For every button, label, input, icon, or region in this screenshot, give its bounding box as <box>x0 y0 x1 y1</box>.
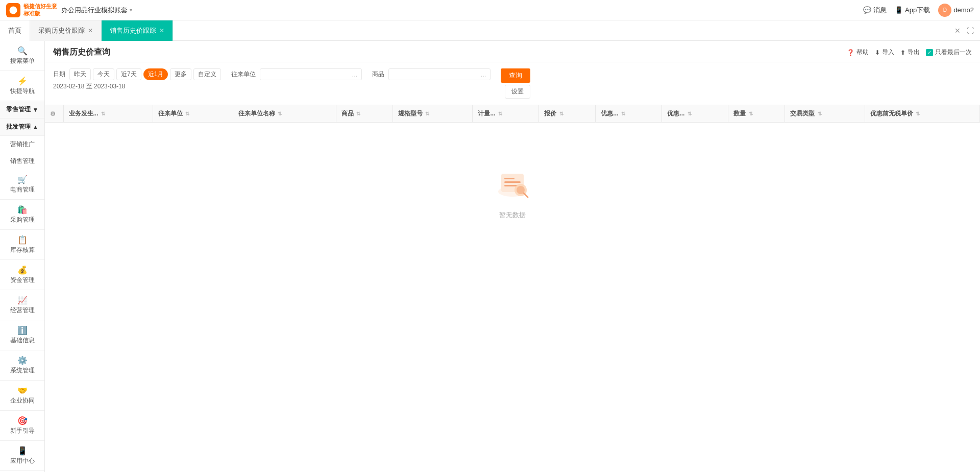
avatar: D <box>938 4 951 17</box>
date-btn-yesterday[interactable]: 昨天 <box>69 68 91 80</box>
date-btn-last1month[interactable]: 近1月 <box>143 68 168 80</box>
sort-icon-trade-type[interactable]: ⇅ <box>818 111 822 116</box>
guide-icon: 🎯 <box>17 416 28 426</box>
import-icon: ⬇ <box>875 49 880 56</box>
date-btn-today[interactable]: 今天 <box>93 68 114 80</box>
sidebar-item-wholesale-mgmt[interactable]: 批发管理 ▲ <box>0 119 44 136</box>
sort-icon-pre-tax-price[interactable]: ⇅ <box>916 111 920 116</box>
wholesale-mgmt-arrow: ▲ <box>33 124 39 131</box>
sidebar-item-sales-mgmt[interactable]: 销售管理 <box>0 153 44 170</box>
operation-label: 经营管理 <box>10 306 35 315</box>
svg-line-9 <box>524 193 528 197</box>
empty-state-row: 暂无数据 <box>45 123 980 261</box>
basic-info-icon: ℹ️ <box>17 325 28 335</box>
app-download-btn[interactable]: 📱 App下载 <box>895 6 930 15</box>
counterpart-label: 往来单位 <box>231 70 256 79</box>
sidebar-item-system-mgmt[interactable]: ⚙️ 系统管理 <box>0 350 44 381</box>
wholesale-mgmt-label: 批发管理 <box>6 123 31 131</box>
sidebar-item-quick-nav[interactable]: ⚡ 快捷导航 <box>0 71 44 101</box>
retail-mgmt-arrow: ▼ <box>33 106 39 113</box>
table-col-pre-tax-price: 优惠前无税单价 ⇅ <box>865 105 979 123</box>
app-name-label: 办公用品行业模拟账套 <box>61 6 128 15</box>
sidebar-item-guide[interactable]: 🎯 新手引导 <box>0 411 44 441</box>
sort-icon-discount2[interactable]: ⇅ <box>688 111 692 116</box>
app-center-label: 应用中心 <box>10 457 35 465</box>
sidebar-item-purchase-mgmt[interactable]: 🛍️ 采购管理 <box>0 200 44 230</box>
tab-home[interactable]: 首页 <box>0 20 30 41</box>
sidebar-item-basic-info[interactable]: ℹ️ 基础信息 <box>0 320 44 350</box>
sidebar-item-operation-mgmt[interactable]: 📈 经营管理 <box>0 290 44 320</box>
sidebar-item-search-menu[interactable]: 🔍 搜索菜单 <box>0 41 44 71</box>
sort-icon-product[interactable]: ⇅ <box>356 111 360 116</box>
guide-label: 新手引导 <box>10 427 35 435</box>
logo-text: 畅捷信好生意 标准版 <box>23 3 57 16</box>
logo-icon: 6 <box>6 3 20 17</box>
export-btn[interactable]: ⬆ 导出 <box>900 48 920 57</box>
quick-nav-icon: ⚡ <box>17 76 28 86</box>
tab-actions: ✕ ⛶ <box>952 25 980 37</box>
settings-btn[interactable]: 设置 <box>505 85 530 99</box>
page-title: 销售历史价查询 <box>53 47 110 58</box>
table-header-row: ⚙ 业务发生... ⇅ 往来单位 ⇅ 往来单位名称 ⇅ <box>45 105 980 123</box>
table-col-discount2: 优惠... ⇅ <box>662 105 728 123</box>
svg-rect-4 <box>504 178 514 179</box>
help-btn[interactable]: ❓ 帮助 <box>847 48 869 57</box>
sort-icon-spec[interactable]: ⇅ <box>425 111 429 116</box>
sidebar-item-finance-mgmt[interactable]: 💰 资金管理 <box>0 260 44 290</box>
sort-icon-counterpart-code[interactable]: ⇅ <box>185 111 189 116</box>
product-input[interactable] <box>393 71 478 78</box>
table-col-counterpart-code: 往来单位 ⇅ <box>153 105 233 123</box>
tab-purchase-history-close[interactable]: ✕ <box>88 27 93 34</box>
sidebar-item-enterprise-collab[interactable]: 🤝 企业协同 <box>0 381 44 411</box>
user-menu[interactable]: D demo2 <box>938 4 974 17</box>
table-body: 暂无数据 <box>45 123 980 261</box>
import-btn[interactable]: ⬇ 导入 <box>875 48 894 57</box>
logo-area: 6 畅捷信好生意 标准版 <box>6 3 57 17</box>
tab-sales-history-label: 销售历史价跟踪 <box>110 26 156 35</box>
svg-rect-5 <box>504 181 521 183</box>
sidebar-item-retail-mgmt[interactable]: 零售管理 ▼ <box>0 101 44 119</box>
sort-icon-quantity[interactable]: ⇅ <box>749 111 753 116</box>
tab-sales-history[interactable]: 销售历史价跟踪 ✕ <box>102 20 173 41</box>
message-btn[interactable]: 💬 消息 <box>863 6 887 15</box>
sort-icon-unit[interactable]: ⇅ <box>498 111 502 116</box>
expand-tab-btn[interactable]: ⛶ <box>965 25 976 37</box>
date-btn-custom[interactable]: 自定义 <box>193 68 221 80</box>
date-btn-last7days[interactable]: 近7天 <box>116 68 141 80</box>
app-name-selector[interactable]: 办公用品行业模拟账套 ▾ <box>61 6 132 15</box>
sidebar-item-inventory[interactable]: 📋 库存核算 <box>0 230 44 260</box>
query-btn[interactable]: 查询 <box>501 68 530 83</box>
sort-icon-business-date[interactable]: ⇅ <box>101 111 105 116</box>
sidebar-item-ecommerce-mgmt[interactable]: 🛒 电商管理 <box>0 170 44 200</box>
close-tab-btn[interactable]: ✕ <box>952 25 963 37</box>
table-settings-icon[interactable]: ⚙ <box>50 110 56 117</box>
app-icon: 📱 <box>895 6 903 14</box>
sort-icon-counterpart-name[interactable]: ⇅ <box>278 111 282 116</box>
tab-sales-history-close[interactable]: ✕ <box>159 27 164 34</box>
retail-mgmt-label: 零售管理 <box>6 105 31 114</box>
sort-icon-quote-price[interactable]: ⇅ <box>559 111 564 116</box>
product-input-wrapper[interactable]: ... <box>388 68 491 80</box>
ecommerce-icon: 🛒 <box>17 175 28 184</box>
date-btn-more[interactable]: 更多 <box>170 68 191 80</box>
sort-icon-discount1[interactable]: ⇅ <box>621 111 625 116</box>
empty-icon <box>492 163 533 204</box>
page-header: 销售历史价查询 ❓ 帮助 ⬇ 导入 ⬆ 导出 只看最后一次 <box>45 41 980 62</box>
counterpart-filter-group: 往来单位 ... <box>231 68 362 80</box>
filter-area: 日期 昨天 今天 近7天 近1月 更多 自定义 2023-02-18 至 202… <box>45 62 980 105</box>
inventory-label: 库存核算 <box>10 246 35 254</box>
marketing-label: 营销推广 <box>10 140 35 148</box>
counterpart-dots: ... <box>352 70 358 78</box>
only-last-checkbox[interactable]: 只看最后一次 <box>926 48 972 57</box>
inventory-icon: 📋 <box>17 235 28 245</box>
tab-purchase-history[interactable]: 采购历史价跟踪 ✕ <box>30 20 102 41</box>
app-selector-arrow: ▾ <box>130 7 132 13</box>
export-icon: ⬆ <box>900 49 905 56</box>
date-label: 日期 <box>53 70 65 79</box>
sidebar-item-app-center[interactable]: 📱 应用中心 <box>0 441 44 471</box>
sidebar-item-marketing[interactable]: 营销推广 <box>0 136 44 153</box>
counterpart-input[interactable] <box>264 71 350 78</box>
filter-right: 查询 设置 <box>501 68 530 99</box>
counterpart-input-wrapper[interactable]: ... <box>260 68 362 80</box>
content-area: 销售历史价查询 ❓ 帮助 ⬇ 导入 ⬆ 导出 只看最后一次 <box>45 41 980 472</box>
